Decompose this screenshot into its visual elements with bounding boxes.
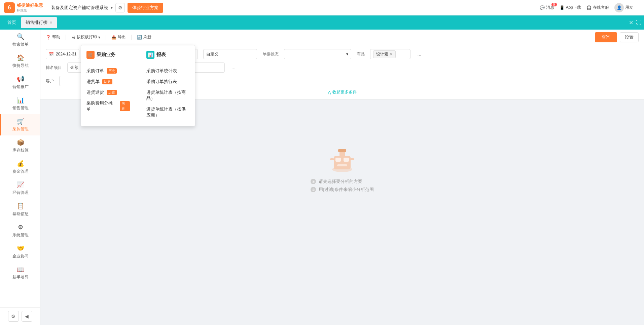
dropdown-item-purchase-expense[interactable]: 采购费用分摊单 历史 (86, 98, 130, 115)
date-shortcut-custom[interactable]: 自定义 (203, 49, 257, 59)
inventory-icon: 📦 (17, 139, 24, 146)
calendar-icon: 📅 (49, 52, 54, 56)
date-range-input[interactable]: 📅 2024-12-31 (46, 49, 79, 59)
goods-more-dots[interactable]: ... (416, 51, 423, 57)
sidebar-item-operations[interactable]: 📈 经营管理 (0, 178, 40, 199)
sales-icon: 📊 (17, 96, 24, 104)
tab-close-btn[interactable]: ✕ (49, 21, 52, 25)
stock-in-label: 进货单 (86, 79, 100, 85)
sidebar-item-guide[interactable]: 📖 新手引导 (0, 262, 40, 284)
toolbar-divider-1 (66, 35, 66, 40)
sidebar-label-search: 搜索菜单 (12, 42, 29, 47)
header-settings-btn[interactable]: ⚙ (115, 3, 125, 12)
rank-label: 排名项目 (46, 65, 62, 71)
empty-hint-1-text: 请先选择要分析的方案 (319, 178, 362, 185)
sys-title-dropdown[interactable]: ▾ (111, 5, 113, 10)
print-btn[interactable]: 🖨 按模板打印 ▾ (71, 34, 100, 40)
goods-input[interactable]: 设计素 ✕ (370, 49, 410, 59)
dropdown-item-po-stat[interactable]: 采购订单统计表 (146, 66, 190, 76)
sidebar-label-finance: 资金管理 (12, 169, 29, 174)
doc-status-select[interactable]: ▾ (284, 49, 351, 59)
purchase-col-label: 采购业务 (97, 52, 115, 58)
tab-sales-ranking[interactable]: 销售排行榜 ✕ (21, 17, 57, 28)
collapse-arrow-icon: ⋀ (328, 90, 331, 95)
app-download-btn[interactable]: 📱 App下载 (560, 5, 581, 10)
salesperson-more-dots[interactable]: ... (230, 65, 237, 70)
purchase-order-label: 采购订单 (86, 68, 104, 74)
collapse-btn[interactable]: ⋀ 收起更多条件 (328, 89, 357, 95)
po-exec-label: 采购订单执行表 (146, 79, 177, 85)
export-btn[interactable]: 📤 导出 (111, 34, 126, 40)
win-maximize-btn[interactable]: ⛶ (636, 19, 641, 26)
logo-text: 畅捷通好生意 标准版 (17, 3, 43, 13)
logo-area: 6 畅捷通好生意 标准版 (4, 2, 44, 13)
messages-badge: 9 (551, 3, 557, 6)
user-label: 用友 (625, 5, 633, 10)
header-right: 💬 消息 9 📱 App下载 🎧 在线客服 👤 用友 (540, 3, 640, 12)
stock-return-label: 进货退货 (86, 89, 104, 95)
empty-hint-2-text: 用[过滤]条件来缩小分析范围 (319, 187, 373, 193)
svg-rect-7 (330, 158, 334, 160)
report-col: 📊 报表 采购订单统计表 采购订单执行表 进货单统计表（按商品） 进货单统计表（… (146, 51, 190, 121)
refresh-btn[interactable]: 🔄 刷新 (137, 34, 151, 40)
sidebar-settings-btn[interactable]: ⚙ (8, 311, 19, 322)
sidebar-item-enterprise[interactable]: 🤝 企业协同 (0, 241, 40, 262)
sidebar-item-nav[interactable]: 🏠 快捷导航 (0, 51, 40, 72)
sidebar-item-inventory[interactable]: 📦 库存核算 (0, 135, 40, 157)
refresh-icon: 🔄 (137, 35, 142, 40)
step-2-num: ② (311, 187, 316, 192)
header-middle: 装备及固定资产辅助管理系统 ▾ ⚙ 体验行业方案 (44, 3, 540, 13)
win-close-btn[interactable]: ✕ (629, 19, 633, 26)
empty-hint-1: ① 请先选择要分析的方案 (311, 178, 362, 185)
dropdown-item-stock-by-goods[interactable]: 进货单统计表（按商品） (146, 87, 190, 104)
date-from: 2024-12-31 (56, 52, 76, 56)
collapse-label: 收起更多条件 (332, 89, 357, 95)
system-icon: ⚙ (18, 224, 23, 231)
svg-rect-4 (337, 164, 347, 166)
sidebar-item-system[interactable]: ⚙ 系统管理 (0, 220, 40, 241)
sidebar-label-inventory: 库存核算 (12, 148, 29, 153)
purchase-icon: 🛒 (17, 118, 24, 125)
stock-in-history: 历史 (102, 79, 112, 84)
dropdown-item-stock-return[interactable]: 进货退货 历史 (86, 87, 130, 98)
app-download-label: App下载 (566, 5, 581, 10)
headset-icon: 🎧 (586, 5, 592, 10)
sidebar-item-search[interactable]: 🔍 搜索菜单 (0, 30, 40, 51)
dropdown-item-po-exec[interactable]: 采购订单执行表 (146, 76, 190, 87)
tab-home-label: 首页 (7, 19, 16, 26)
sidebar-item-sales[interactable]: 📊 销售管理 (0, 93, 40, 114)
help-label: 帮助 (52, 34, 60, 40)
query-btn[interactable]: 查询 (595, 32, 617, 42)
print-dropdown-arrow[interactable]: ▾ (98, 35, 100, 40)
report-col-title: 📊 报表 (146, 51, 190, 62)
sidebar-item-finance[interactable]: 💰 资金管理 (0, 157, 40, 178)
goods-tag: 设计素 ✕ (373, 50, 396, 58)
main-layout: 🔍 搜索菜单 🏠 快捷导航 📢 营销推广 📊 销售管理 🛒 采购管理 📦 库存核… (0, 30, 644, 325)
dropdown-item-purchase-order[interactable]: 采购订单 历史 (86, 66, 130, 76)
online-service-btn[interactable]: 🎧 在线客服 (586, 5, 609, 10)
goods-tag-text: 设计素 (376, 51, 388, 57)
tab-window-controls: ✕ ⛶ (629, 19, 641, 26)
dropdown-item-stock-in[interactable]: 进货单 历史 (86, 76, 130, 87)
top-header: 6 畅捷通好生意 标准版 装备及固定资产辅助管理系统 ▾ ⚙ 体验行业方案 💬 … (0, 0, 644, 15)
messages-btn[interactable]: 💬 消息 9 (540, 5, 554, 10)
sidebar-collapse-btn[interactable]: ◀ (22, 311, 32, 322)
setting-btn[interactable]: 设置 (620, 32, 639, 42)
tab-bar: 首页 销售排行榜 ✕ ✕ ⛶ (0, 15, 644, 30)
svg-rect-6 (338, 149, 346, 152)
user-btn[interactable]: 👤 用友 (614, 3, 633, 12)
svg-rect-3 (344, 158, 349, 162)
industry-btn[interactable]: 体验行业方案 (128, 3, 163, 13)
sidebar-label-nav: 快捷导航 (12, 63, 29, 69)
sidebar-item-purchase[interactable]: 🛒 采购管理 (0, 114, 40, 135)
sidebar-item-marketing[interactable]: 📢 营销推广 (0, 72, 40, 93)
help-btn[interactable]: ❓ 帮助 (46, 34, 60, 40)
tab-home[interactable]: 首页 (3, 17, 21, 28)
dropdown-item-stock-by-supplier[interactable]: 进货单统计表（按供应商） (146, 104, 190, 121)
purchase-col-title: 🛒 采购业务 (86, 51, 130, 62)
report-col-label: 报表 (156, 52, 166, 58)
guide-icon: 📖 (17, 266, 24, 273)
sidebar-item-basic-info[interactable]: 📋 基础信息 (0, 199, 40, 220)
goods-tag-close[interactable]: ✕ (390, 52, 393, 56)
dropdown-divider (138, 51, 138, 121)
